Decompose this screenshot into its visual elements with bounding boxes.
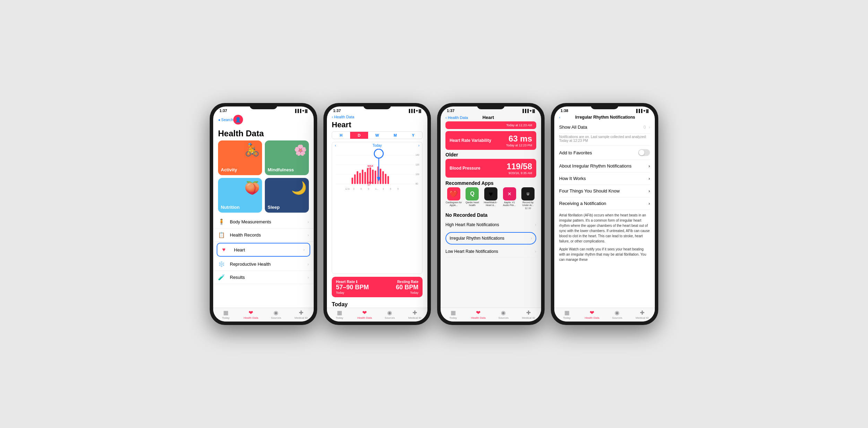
body-measurements-icon: 🧍 <box>218 219 226 225</box>
content-1: Health Data 🚴 Activity 🌸 Mindfulness 🍑 N… <box>213 126 314 308</box>
phone-3: 1:37 ▐▐▐ ▾ ▓ ‹ Health Data Heart Today a… <box>437 103 545 325</box>
app-record[interactable]: U Record by Under Ar... $2.99 <box>520 187 536 209</box>
chart-next[interactable]: › <box>418 144 419 147</box>
tab-H[interactable]: H <box>332 132 350 139</box>
tile-mindfulness[interactable]: 🌸 Mindfulness <box>265 140 309 175</box>
irregular-rhythm-highlighted[interactable]: Irregular Rhythm Notifications › <box>445 232 536 245</box>
app-aaptiv[interactable]: ✕ Aaptiv: #1 Audio Fitn... <box>501 187 518 209</box>
tab-medical-id-4[interactable]: ✚ Medical ID <box>630 309 655 319</box>
heart-rate-chart: 140 120 100 80 <box>332 149 422 190</box>
list-item-health-records[interactable]: 📋 Health Records › <box>213 229 314 242</box>
back-button-2[interactable]: ‹ Health Data <box>332 115 354 119</box>
bp-sub: 9/20/16, 9:35 AM <box>507 171 532 175</box>
how-it-works-link[interactable]: How It Works › <box>559 172 650 185</box>
tab-health-data-1[interactable]: ❤ Health Data <box>238 309 264 319</box>
tile-activity[interactable]: 🚴 Activity <box>218 140 262 175</box>
tab-Y[interactable]: Y <box>404 132 422 139</box>
avatar-1[interactable]: 👤 <box>233 115 243 125</box>
add-to-favorites-row[interactable]: Add to Favorites <box>559 146 650 160</box>
tab-M[interactable]: M <box>386 132 404 139</box>
list-item-heart[interactable]: ♥ Heart › <box>217 243 310 256</box>
svg-text:80: 80 <box>416 182 418 185</box>
screen-4: 1:38 ▐▐▐ ▾ ▓ ‹ Irregular Rhythm Notifica… <box>554 106 655 322</box>
list-item-reproductive-health[interactable]: ❄️ Reproductive Health › <box>213 258 314 271</box>
irn-content: Show All Data 0 › Notifications are on. … <box>554 121 655 308</box>
time-3: 1:37 <box>447 109 454 113</box>
tab-health-data-3[interactable]: ❤ Health Data <box>466 309 491 319</box>
tab-medical-id-1[interactable]: ✚ Medical ID <box>289 309 314 319</box>
tab-today-1[interactable]: ▦ Today <box>213 309 238 319</box>
high-hr-label: High Heart Rate Notifications <box>445 222 535 227</box>
nav-bar-3: ‹ Health Data Heart <box>441 113 541 121</box>
older-section-title: Older <box>445 152 536 157</box>
medical-id-label-4: Medical ID <box>636 316 649 319</box>
notch-1 <box>250 103 277 109</box>
svg-rect-17 <box>375 171 376 184</box>
list-item-results[interactable]: 🧪 Results › <box>213 271 314 284</box>
tile-sleep[interactable]: 🌙 Sleep <box>265 178 309 213</box>
apps-row: ❤️ Cardiogram for Apple... Q Qardio hear… <box>445 187 536 209</box>
app-cardiogram[interactable]: ❤️ Cardiogram for Apple... <box>445 187 462 209</box>
show-all-data-row[interactable]: Show All Data 0 › <box>559 121 650 134</box>
svg-text:6: 6 <box>361 188 362 190</box>
irregular-rhythm-row[interactable]: Irregular Rhythm Notifications › <box>446 233 536 244</box>
chart-label: Today <box>373 144 382 147</box>
list-item-body-measurements[interactable]: 🧍 Body Measurements › <box>213 215 314 229</box>
heart-rate-card[interactable]: Heart Rate ℹ 57–90 BPM Today Resting Rat… <box>332 277 423 297</box>
svg-text:3: 3 <box>383 188 384 190</box>
cardiogram-name: Cardiogram for Apple... <box>445 201 462 207</box>
heart-title-area: Heart <box>327 120 427 131</box>
screen-2: 1:37 ▐▐▐ ▾ ▓ ‹ Health Data Heart H D W M… <box>327 106 427 322</box>
app-heartwatch[interactable]: ♥ HeartWatch · Heart &... <box>483 187 499 209</box>
four-things-link[interactable]: Four Things You Should Know › <box>559 185 650 197</box>
tab-sources-1[interactable]: ◉ Sources <box>263 309 289 319</box>
record-price: $2.99 <box>525 207 531 209</box>
hrv-card[interactable]: Heart Rate Variability 63 ms Today at 12… <box>445 131 536 150</box>
blood-pressure-card[interactable]: Blood Pressure 119/58 9/20/16, 9:35 AM <box>445 159 536 178</box>
tab-sources-3[interactable]: ◉ Sources <box>491 309 516 319</box>
back-button-3[interactable]: ‹ Health Data <box>445 115 468 120</box>
today-label-3: Today <box>450 316 457 319</box>
svg-text:3: 3 <box>353 188 355 190</box>
tab-today-3[interactable]: ▦ Today <box>441 309 466 319</box>
about-irn-link[interactable]: About Irregular Rhythm Notifications › <box>559 160 650 172</box>
tab-today-4[interactable]: ▦ Today <box>554 309 580 319</box>
svg-rect-13 <box>364 172 366 184</box>
tab-sources-4[interactable]: ◉ Sources <box>605 309 630 319</box>
tab-health-data-2[interactable]: ❤ Health Data <box>352 309 377 319</box>
health-data-icon-3: ❤ <box>476 309 480 316</box>
favorites-toggle[interactable] <box>638 149 650 156</box>
tab-W[interactable]: W <box>368 132 386 139</box>
how-it-works-chevron: › <box>649 176 650 181</box>
screen-1: 1:37 ▐▐▐ ▾ ▓ ◂ Search 👤 Health Data 🚴 Ac… <box>213 106 314 322</box>
notch-3 <box>477 103 505 109</box>
tab-health-data-4[interactable]: ❤ Health Data <box>580 309 605 319</box>
low-hr-notifications[interactable]: Low Heart Rate Notifications › <box>445 246 536 257</box>
time-2: 1:37 <box>333 109 341 113</box>
tab-sources-2[interactable]: ◉ Sources <box>377 309 402 319</box>
tab-D[interactable]: D <box>350 132 368 139</box>
time-4: 1:38 <box>561 109 568 113</box>
show-all-data-controls: 0 › <box>643 125 650 130</box>
receiving-notification-chevron: › <box>649 201 650 206</box>
bp-value: 119/58 <box>507 162 532 171</box>
tab-medical-id-2[interactable]: ✚ Medical ID <box>402 309 428 319</box>
page-title-1: Health Data <box>218 129 264 138</box>
tab-medical-id-3[interactable]: ✚ Medical ID <box>516 309 541 319</box>
app-qardio[interactable]: Q Qardio heart health <box>464 187 481 209</box>
page-header-1: Health Data <box>213 126 314 140</box>
phones-container: 1:37 ▐▐▐ ▾ ▓ ◂ Search 👤 Health Data 🚴 Ac… <box>210 103 658 325</box>
high-hr-notifications[interactable]: High Heart Rate Notifications › <box>445 219 536 231</box>
receiving-notification-link[interactable]: Receiving a Notification › <box>559 197 650 210</box>
tab-today-2[interactable]: ▦ Today <box>327 309 352 319</box>
low-hr-label: Low Heart Rate Notifications <box>445 249 535 254</box>
notch-2 <box>363 103 391 109</box>
aaptiv-name: Aaptiv: #1 Audio Fitn... <box>501 201 518 207</box>
chart-prev[interactable]: ‹ <box>335 144 336 147</box>
bp-value-area: 119/58 9/20/16, 9:35 AM <box>507 162 532 175</box>
nutrition-icon: 🍑 <box>244 181 260 195</box>
tile-mindfulness-label: Mindfulness <box>268 167 306 172</box>
heart-row-highlighted[interactable]: ♥ Heart › <box>217 243 310 257</box>
tile-nutrition[interactable]: 🍑 Nutrition <box>218 178 262 213</box>
back-button-1[interactable]: ◂ Search <box>218 118 233 122</box>
